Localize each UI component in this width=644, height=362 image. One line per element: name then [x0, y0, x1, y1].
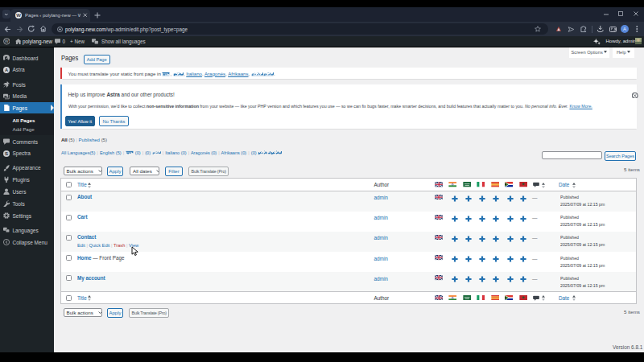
svg-text:A: A: [623, 27, 626, 31]
svg-text:A: A: [5, 68, 8, 72]
svg-text:S: S: [5, 151, 8, 156]
svg-text:W: W: [4, 39, 8, 43]
svg-text:W: W: [16, 13, 21, 18]
